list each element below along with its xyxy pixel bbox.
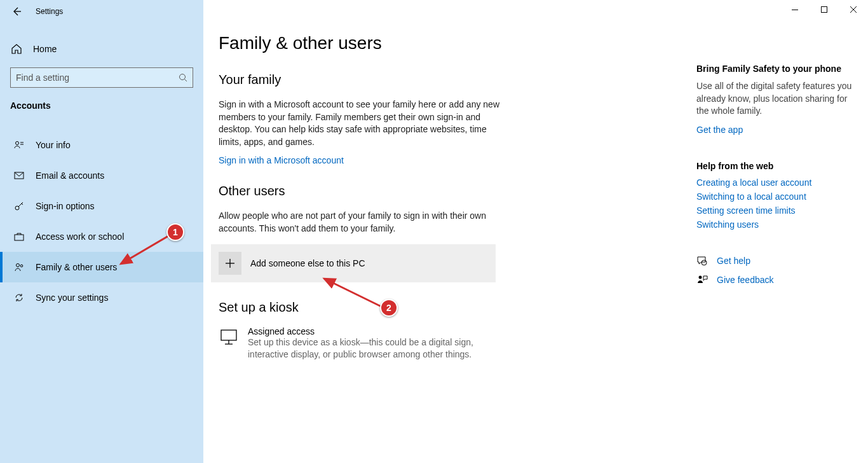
assigned-access-desc: Set up this device as a kiosk—this could… (248, 336, 489, 361)
family-safety-title: Bring Family Safety to your phone (696, 64, 855, 74)
get-help-row[interactable]: Get help (696, 255, 855, 266)
kiosk-heading: Set up a kiosk (219, 300, 853, 315)
nav-label: Your info (36, 140, 71, 150)
svg-point-15 (17, 264, 20, 267)
nav-family-other-users[interactable]: Family & other users (0, 252, 203, 282)
nav-label: Email & accounts (36, 170, 104, 181)
nav-sync-settings[interactable]: Sync your settings (0, 282, 203, 313)
family-safety-section: Bring Family Safety to your phone Use al… (696, 64, 855, 135)
help-link-switching-users[interactable]: Switching users (696, 219, 855, 230)
briefcase-icon (13, 230, 25, 243)
nav-email-accounts[interactable]: Email & accounts (0, 160, 203, 191)
nav-home[interactable]: Home (0, 36, 203, 62)
family-safety-desc: Use all of the digital safety features y… (696, 80, 855, 118)
titlebar: Settings (0, 0, 203, 23)
nav-home-label: Home (33, 44, 57, 54)
annotation-marker-1: 1 (166, 223, 184, 241)
give-feedback-row[interactable]: Give feedback (696, 274, 855, 286)
page-title: Family & other users (219, 33, 853, 53)
nav-label: Family & other users (36, 262, 117, 272)
person-card-icon (13, 139, 25, 151)
monitor-icon (219, 328, 239, 348)
other-users-desc: Allow people who are not part of your fa… (219, 210, 505, 235)
search-input[interactable] (16, 73, 179, 83)
back-button[interactable] (10, 5, 23, 18)
help-web-section: Help from the web Creating a local user … (696, 161, 855, 230)
app-title: Settings (36, 7, 63, 16)
nav-label: Access work or school (36, 232, 124, 242)
sync-icon (13, 291, 25, 304)
nav-signin-options[interactable]: Sign-in options (0, 191, 203, 221)
chat-help-icon (696, 255, 709, 266)
svg-point-7 (16, 142, 19, 145)
mail-icon (13, 169, 25, 182)
add-someone-label: Add someone else to this PC (250, 258, 365, 268)
plus-icon (219, 252, 241, 275)
svg-point-22 (702, 260, 707, 265)
key-icon (13, 200, 25, 212)
get-app-link[interactable]: Get the app (696, 125, 743, 135)
action-links: Get help Give feedback (696, 255, 855, 286)
your-family-desc: Sign in with a Microsoft account to see … (219, 99, 505, 148)
nav-label: Sync your settings (36, 293, 108, 303)
signin-microsoft-link[interactable]: Sign in with a Microsoft account (219, 155, 344, 165)
annotation-marker-2: 2 (380, 299, 398, 317)
feedback-icon (696, 274, 709, 286)
svg-point-16 (20, 265, 23, 267)
assigned-access-title: Assigned access (248, 326, 489, 336)
get-help-link[interactable]: Get help (717, 256, 750, 266)
svg-line-6 (185, 79, 187, 82)
help-link-switch-local[interactable]: Switching to a local account (696, 191, 855, 202)
svg-line-13 (22, 204, 23, 205)
sidebar-section-title: Accounts (0, 88, 203, 117)
give-feedback-link[interactable]: Give feedback (717, 275, 774, 285)
svg-point-5 (180, 74, 186, 80)
add-someone-button[interactable]: Add someone else to this PC (211, 244, 496, 282)
home-icon (10, 43, 23, 55)
svg-point-23 (699, 275, 702, 279)
search-box[interactable] (10, 67, 193, 88)
assigned-access-row[interactable]: Assigned access Set up this device as a … (219, 326, 853, 361)
nav-your-info[interactable]: Your info (0, 130, 203, 160)
people-icon (13, 261, 25, 273)
svg-rect-14 (15, 235, 24, 240)
nav-label: Sign-in options (36, 201, 95, 211)
help-link-screen-time[interactable]: Setting screen time limits (696, 205, 855, 216)
right-panel: Bring Family Safety to your phone Use al… (696, 64, 868, 293)
help-web-title: Help from the web (696, 161, 855, 171)
search-icon (179, 73, 187, 82)
svg-rect-19 (221, 330, 236, 340)
nav-list: Your info Email & accounts Sign-in optio… (0, 130, 203, 313)
help-link-local-user[interactable]: Creating a local user account (696, 177, 855, 188)
